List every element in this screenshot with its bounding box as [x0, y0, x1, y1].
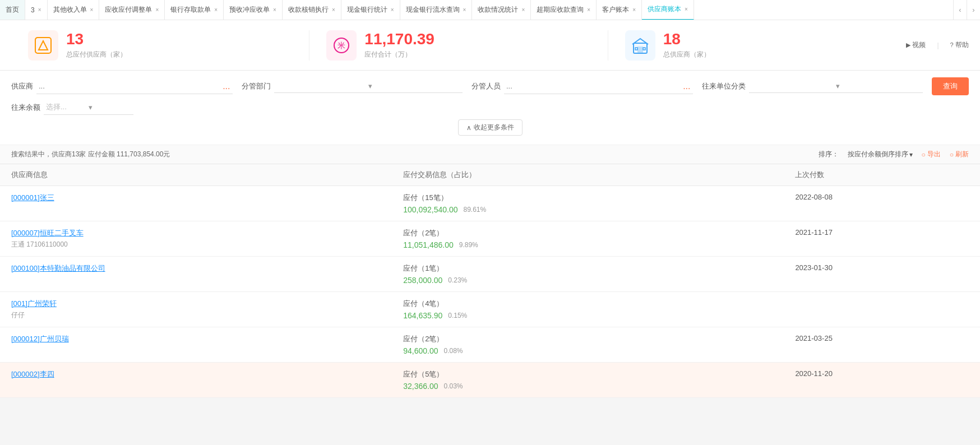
- results-bar: 搜索结果中，供应商13家 应付金额 111,703,854.00元 排序： 按应…: [0, 145, 980, 164]
- table-row: [000001]张三应付（15笔）100,092,540.0089.61%202…: [0, 186, 980, 221]
- cell-last-payment-5: 2020-11-20: [784, 363, 980, 398]
- close-tab-8[interactable]: ×: [463, 7, 466, 13]
- cell-last-payment-0: 2022-08-08: [784, 186, 980, 221]
- collapse-button[interactable]: ∧ 收起更多条件: [458, 119, 523, 136]
- close-tab-7[interactable]: ×: [391, 7, 394, 13]
- nav-tab-5[interactable]: 预收冲应收单×: [224, 0, 283, 20]
- nav-tab-6[interactable]: 收款核销执行×: [283, 0, 341, 20]
- close-tab-9[interactable]: ×: [521, 7, 525, 13]
- summary-card-label-1: 应付合计（万）: [364, 50, 434, 59]
- video-icon: ▶: [906, 41, 910, 48]
- supplier-table: 供应商信息 应付交易信息（占比） 上次付数 [000001]张三应付（15笔）1…: [0, 164, 980, 398]
- amount-percent-5: 0.03%: [443, 382, 463, 390]
- export-button[interactable]: ○ 导出: [922, 150, 941, 159]
- close-tab-12[interactable]: ×: [685, 6, 688, 12]
- close-tab-5[interactable]: ×: [273, 7, 276, 13]
- supplier-dots[interactable]: ...: [223, 81, 230, 91]
- svg-rect-6: [635, 48, 637, 50]
- amount-label-5: 应付（5笔）: [403, 369, 773, 379]
- summary-card-icon-1: 米: [326, 30, 357, 61]
- cell-transaction-2: 应付（1笔）258,000.000.23%: [392, 257, 784, 292]
- amount-label-4: 应付（2笔）: [403, 334, 773, 344]
- search-button[interactable]: 查询: [932, 77, 969, 95]
- amount-label-1: 应付（2笔）: [403, 228, 773, 238]
- balance-value: 选择...: [46, 102, 89, 112]
- nav-tab-9[interactable]: 收款情况统计×: [472, 0, 531, 20]
- export-icon: ○: [922, 151, 926, 159]
- amount-label-0: 应付（15笔）: [403, 193, 773, 203]
- close-tab-10[interactable]: ×: [587, 7, 590, 13]
- col-header-last-payment: 上次付数: [784, 164, 980, 186]
- nav-tab-4[interactable]: 银行存取款单×: [165, 0, 224, 20]
- amount-value-0: 100,092,540.00: [403, 205, 457, 214]
- supplier-link-3[interactable]: [001]广州荣轩: [11, 299, 57, 308]
- person-input[interactable]: [506, 82, 683, 90]
- results-text: 搜索结果中，供应商13家 应付金额 111,703,854.00元: [11, 150, 170, 159]
- amount-percent-2: 0.23%: [448, 276, 467, 284]
- person-input-wrapper[interactable]: ...: [504, 79, 693, 94]
- person-label: 分管人员: [471, 81, 501, 91]
- balance-filter: 往来余额 选择... ▾: [11, 100, 146, 115]
- summary-card-number-2: 18: [663, 31, 710, 48]
- nav-tab-12[interactable]: 供应商账本×: [642, 0, 694, 20]
- supplier-input-wrapper[interactable]: ...: [36, 79, 233, 94]
- category-filter: 往来单位分类 ▾: [702, 80, 923, 93]
- nav-tab-10[interactable]: 超期应收款查询×: [531, 0, 597, 20]
- cell-last-payment-1: 2021-11-17: [784, 221, 980, 257]
- close-tab-11[interactable]: ×: [632, 7, 636, 13]
- filter-row-2: 往来余额 选择... ▾: [11, 100, 969, 115]
- summary-card-0: 13总应付供应商（家）: [11, 30, 309, 61]
- supplier-link-4[interactable]: [000012]广州贝瑞: [11, 335, 69, 343]
- summary-card-text-0: 13总应付供应商（家）: [66, 31, 127, 59]
- amount-percent-0: 89.61%: [464, 206, 487, 214]
- cell-supplier-4: [000012]广州贝瑞: [0, 327, 392, 363]
- person-dots[interactable]: ...: [683, 81, 690, 91]
- close-tab-1[interactable]: ×: [38, 7, 41, 13]
- sort-button[interactable]: 按应付余额倒序排序 ▾: [848, 150, 913, 159]
- amount-percent-3: 0.15%: [448, 312, 467, 319]
- cell-transaction-0: 应付（15笔）100,092,540.0089.61%: [392, 186, 784, 221]
- cell-transaction-4: 应付（2笔）94,600.000.08%: [392, 327, 784, 363]
- supplier-sub-1: 王通 17106110000: [11, 240, 381, 249]
- supplier-link-1[interactable]: [000007]恒旺二手叉车: [11, 229, 84, 237]
- amount-value-3: 164,635.90: [403, 311, 442, 320]
- amount-label-3: 应付（4笔）: [403, 299, 773, 309]
- nav-arrow-left[interactable]: ‹: [953, 0, 967, 20]
- amount-label-2: 应付（1笔）: [403, 263, 773, 274]
- amount-value-2: 258,000.00: [403, 276, 442, 285]
- nav-arrow-right[interactable]: ›: [967, 0, 980, 20]
- nav-tab-11[interactable]: 客户账本×: [597, 0, 642, 20]
- close-tab-3[interactable]: ×: [155, 7, 159, 13]
- supplier-link-2[interactable]: [000100]本特勤油品有限公司: [11, 264, 105, 272]
- amount-value-4: 94,600.00: [403, 346, 438, 355]
- table-row: [000007]恒旺二手叉车王通 17106110000应付（2笔）11,051…: [0, 221, 980, 257]
- close-tab-6[interactable]: ×: [332, 7, 335, 13]
- svg-rect-7: [643, 48, 645, 50]
- balance-select[interactable]: 选择... ▾: [44, 100, 133, 115]
- category-select[interactable]: ▾: [749, 80, 923, 93]
- table-container: 供应商信息 应付交易信息（占比） 上次付数 [000001]张三应付（15笔）1…: [0, 164, 980, 398]
- supplier-link-0[interactable]: [000001]张三: [11, 193, 54, 202]
- video-link[interactable]: ▶ 视频: [906, 40, 926, 50]
- cell-transaction-3: 应付（4笔）164,635.900.15%: [392, 292, 784, 327]
- summary-card-number-0: 13: [66, 31, 127, 48]
- nav-tab-8[interactable]: 现金银行流水查询×: [400, 0, 473, 20]
- supplier-link-5[interactable]: [000002]李四: [11, 370, 54, 378]
- nav-tab-7[interactable]: 现金银行统计×: [341, 0, 400, 20]
- supplier-label: 供应商: [11, 81, 33, 91]
- table-row: [000100]本特勤油品有限公司应付（1笔）258,000.000.23%20…: [0, 257, 980, 292]
- nav-tab-2[interactable]: 其他收入单×: [48, 0, 100, 20]
- supplier-filter: 供应商 ...: [11, 79, 233, 94]
- supplier-input[interactable]: [39, 82, 223, 90]
- table-row: [001]广州荣轩仔仔应付（4笔）164,635.900.15%: [0, 292, 980, 327]
- refresh-button[interactable]: ○ 刷新: [950, 150, 969, 159]
- nav-tab-3[interactable]: 应收应付调整单×: [99, 0, 165, 20]
- dept-select[interactable]: ▾: [274, 80, 463, 93]
- nav-tab-1[interactable]: 3×: [25, 0, 48, 20]
- close-tab-2[interactable]: ×: [90, 7, 94, 13]
- close-tab-4[interactable]: ×: [214, 7, 218, 13]
- cell-last-payment-3: [784, 292, 980, 327]
- nav-tab-0[interactable]: 首页: [0, 0, 25, 20]
- help-link[interactable]: ? 帮助: [950, 40, 969, 50]
- summary-card-label-2: 总供应商（家）: [663, 50, 710, 59]
